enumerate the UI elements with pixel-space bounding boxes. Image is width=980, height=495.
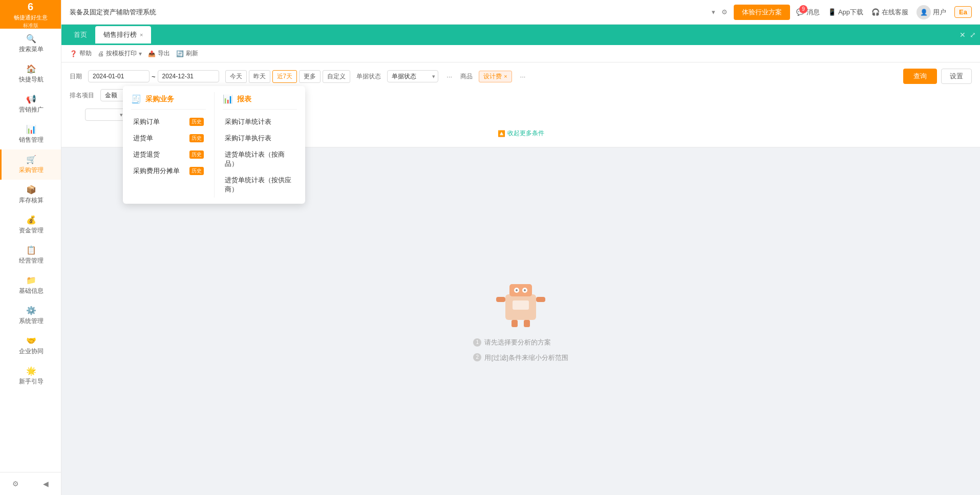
quick-btn-today[interactable]: 今天 — [225, 70, 247, 83]
window-close-icon[interactable]: ✕ — [960, 31, 966, 39]
filter-actions: 查询 设置 — [903, 69, 972, 84]
sidebar-item-label: 搜索菜单 — [19, 45, 44, 54]
online-service-label: 在线客服 — [882, 8, 908, 17]
collapse-icon: 🔼 — [498, 130, 505, 137]
system-title-dropdown[interactable]: ▾ — [712, 8, 715, 16]
product-tag: 设计费 × — [479, 71, 512, 82]
sidebar-item-enterprise[interactable]: 🤝 企业协同 — [0, 331, 61, 361]
date-start-input[interactable] — [88, 70, 150, 82]
svg-point-4 — [516, 289, 518, 291]
print-dropdown-icon[interactable]: ▾ — [139, 50, 142, 57]
quick-btn-custom[interactable]: 自定义 — [323, 70, 350, 83]
refresh-button[interactable]: 🔄 刷新 — [176, 49, 198, 58]
date-end-input[interactable] — [158, 70, 219, 82]
empty-step-1: 1 请先选择要分析的方案 — [473, 336, 568, 348]
quick-date-buttons: 今天 昨天 近7天 更多 自定义 — [225, 70, 351, 83]
sidebar-item-search[interactable]: 🔍 搜索菜单 — [0, 29, 61, 59]
quick-btn-7days[interactable]: 近7天 — [272, 70, 297, 83]
setting-button[interactable]: 设置 — [941, 69, 972, 84]
svg-rect-9 — [496, 297, 505, 302]
user-label: 用户 — [933, 8, 946, 17]
settings-gear-icon[interactable]: ⚙ — [721, 8, 728, 16]
sidebar-item-guide[interactable]: 🌟 新手引导 — [0, 361, 61, 391]
user-avatar-icon: 👤 — [920, 9, 928, 16]
menu-item-purchase-order[interactable]: 采购订单 历史 — [131, 114, 206, 130]
incoming-history-badge: 历史 — [189, 134, 204, 142]
quick-btn-yesterday[interactable]: 昨天 — [249, 70, 270, 83]
export-button[interactable]: 📤 导出 — [148, 49, 170, 58]
product-ellipsis[interactable]: ··· — [518, 73, 528, 80]
notifications-label: 消息 — [806, 8, 820, 17]
ea-button[interactable]: Ea — [954, 6, 972, 18]
notifications-button[interactable]: 💬 9 消息 — [796, 8, 820, 17]
app-download-label: App下载 — [838, 8, 863, 17]
voucher-status-label: 单据状态 — [356, 72, 381, 81]
menu-item-incoming[interactable]: 进货单 历史 — [131, 130, 206, 146]
user-menu-button[interactable]: 👤 用户 — [917, 5, 946, 19]
settings-button[interactable]: ⚙ — [10, 478, 21, 490]
query-button[interactable]: 查询 — [903, 69, 937, 84]
purchase-column-title: 采购业务 — [145, 95, 174, 104]
sidebar-item-finance[interactable]: 💰 资金管理 — [0, 210, 61, 240]
return-label: 进货退货 — [133, 150, 160, 159]
purchase-header-icon: 🧾 — [131, 94, 141, 104]
system-icon: ⚙️ — [26, 306, 36, 315]
sidebar-item-operation[interactable]: 📋 经营管理 — [0, 240, 61, 270]
operation-icon: 📋 — [26, 245, 36, 255]
window-maximize-icon[interactable]: ⤢ — [970, 31, 976, 39]
industry-solution-button[interactable]: 体验行业方案 — [734, 5, 790, 20]
incoming-label: 进货单 — [133, 134, 153, 143]
sidebar-item-system[interactable]: ⚙️ 系统管理 — [0, 300, 61, 331]
date-label: 日期 — [70, 72, 82, 81]
menu-item-order-stats[interactable]: 采购订单统计表 — [223, 114, 297, 130]
enterprise-icon: 🤝 — [26, 336, 36, 346]
quick-btn-more[interactable]: 更多 — [299, 70, 321, 83]
app-download-button[interactable]: 📱 App下载 — [828, 8, 863, 17]
sidebar-item-label: 库存核算 — [19, 196, 44, 205]
sidebar-item-label: 快捷导航 — [19, 75, 44, 84]
menu-item-incoming-stats-product[interactable]: 进货单统计表（按商品） — [223, 146, 297, 172]
menu-item-return[interactable]: 进货退货 历史 — [131, 146, 206, 163]
sidebar-item-label: 系统管理 — [19, 317, 44, 326]
sidebar-item-inventory[interactable]: 📦 库存核算 — [0, 180, 61, 210]
product-tag-close[interactable]: × — [504, 73, 507, 79]
date-separator: ~ — [152, 73, 156, 80]
customer-select[interactable] — [85, 109, 126, 121]
collapse-sidebar-button[interactable]: ◀ — [41, 478, 51, 490]
sidebar-item-quick-nav[interactable]: 🏠 快捷导航 — [0, 59, 61, 89]
tab-home[interactable]: 首页 — [66, 26, 95, 44]
step-2-text: 用[过滤]条件来缩小分析范围 — [484, 352, 568, 363]
voucher-status-select[interactable]: 单据状态 — [387, 70, 438, 82]
marketing-icon: 📢 — [26, 94, 36, 104]
menu-item-cost-allocation[interactable]: 采购费用分摊单 历史 — [131, 163, 206, 179]
step-1-num: 1 — [473, 338, 481, 347]
logo-title: 畅捷通好生意 — [14, 14, 48, 21]
print-button[interactable]: 🖨 按模板打印 ▾ — [98, 49, 142, 58]
sidebar-item-basic[interactable]: 📁 基础信息 — [0, 270, 61, 300]
export-label: 导出 — [158, 49, 170, 58]
sidebar-footer: ⚙ ◀ — [0, 472, 61, 495]
menu-item-incoming-stats-supplier[interactable]: 进货单统计表（按供应商） — [223, 172, 297, 198]
svg-rect-10 — [536, 297, 545, 302]
content-area: ❓ 帮助 🖨 按模板打印 ▾ 📤 导出 🔄 刷新 日期 — [61, 45, 980, 495]
sidebar-item-label: 经营管理 — [19, 256, 44, 265]
online-service-button[interactable]: 🎧 在线客服 — [871, 8, 908, 17]
menu-item-order-exec[interactable]: 采购订单执行表 — [223, 130, 297, 146]
sidebar-item-label: 采购管理 — [19, 166, 44, 175]
sidebar-item-sales[interactable]: 📊 销售管理 — [0, 119, 61, 149]
return-history-badge: 历史 — [189, 150, 204, 159]
customer-select-wrapper — [85, 109, 126, 121]
home-icon: 🏠 — [26, 64, 36, 74]
sidebar-item-marketing[interactable]: 📢 营销推广 — [0, 89, 61, 119]
tab-close-icon[interactable]: × — [140, 32, 143, 38]
tab-sales-ranking[interactable]: 销售排行榜 × — [95, 26, 151, 44]
basic-icon: 📁 — [26, 275, 36, 285]
voucher-status-ellipsis[interactable]: ··· — [444, 73, 454, 80]
sidebar-item-purchase[interactable]: 🛒 采购管理 — [0, 149, 61, 180]
sidebar-item-label: 营销推广 — [19, 105, 44, 114]
phone-icon: 📱 — [828, 8, 836, 16]
main-content: 装备及固定资产辅助管理系统 ▾ ⚙ 体验行业方案 💬 9 消息 📱 App下载 … — [61, 0, 980, 495]
tab-home-label: 首页 — [74, 30, 87, 39]
help-button[interactable]: ❓ 帮助 — [70, 49, 92, 58]
date-range: ~ — [88, 70, 219, 82]
